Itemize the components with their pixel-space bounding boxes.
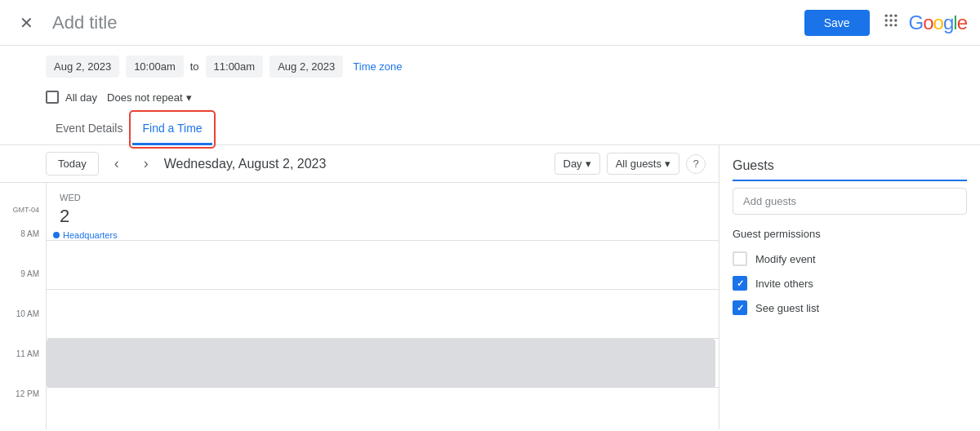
help-icon: ?: [693, 158, 698, 170]
time-10am: 10 AM: [0, 309, 46, 349]
time-12pm: 12 PM: [0, 389, 46, 429]
close-button[interactable]: ✕: [13, 10, 39, 36]
hour-line-11: [47, 387, 719, 429]
hour-lines: [47, 240, 719, 429]
calendar-section: Today ‹ › Wednesday, August 2, 2023 Day …: [0, 145, 719, 429]
start-time-chip[interactable]: 10:00am: [126, 56, 184, 78]
allday-checkbox[interactable]: [46, 91, 59, 104]
modify-event-label: Modify event: [755, 253, 816, 265]
next-button[interactable]: ›: [135, 153, 158, 176]
invite-others-checkbox[interactable]: [733, 276, 747, 291]
view-label: Day: [564, 158, 582, 170]
tabs: Event Details Find a Time: [0, 113, 980, 145]
help-button[interactable]: ?: [686, 154, 706, 174]
time-11am: 11 AM: [0, 349, 46, 389]
main-content: Today ‹ › Wednesday, August 2, 2023 Day …: [0, 145, 980, 429]
header: ✕ Save Google: [0, 0, 980, 46]
view-select[interactable]: Day ▾: [555, 153, 600, 175]
guests-panel: Guests Guest permissions Modify event In…: [719, 145, 980, 429]
hq-text: Headquarters: [63, 230, 118, 240]
see-guest-list-label: See guest list: [755, 302, 819, 314]
permission-modify: Modify event: [733, 247, 967, 271]
allday-label: All day: [65, 91, 97, 104]
tab-find-time[interactable]: Find a Time: [132, 113, 212, 145]
permission-invite: Invite others: [733, 271, 967, 295]
prev-button[interactable]: ‹: [105, 153, 128, 176]
hq-dot: [53, 232, 60, 238]
google-logo: Google: [909, 11, 967, 34]
calendar-date-label: Wednesday, August 2, 2023: [164, 157, 548, 171]
tab-event-details[interactable]: Event Details: [46, 113, 132, 145]
svg-point-8: [894, 24, 897, 26]
guests-label: All guests: [616, 158, 662, 170]
invite-others-label: Invite others: [755, 278, 813, 290]
calendar-toolbar: Today ‹ › Wednesday, August 2, 2023 Day …: [0, 145, 719, 183]
see-guest-list-checkbox[interactable]: [733, 300, 747, 315]
svg-point-5: [894, 19, 897, 21]
end-time-chip[interactable]: 11:00am: [206, 56, 264, 78]
calendar-body: GMT-04 8 AM 9 AM 10 AM 11 AM 12 PM: [0, 183, 719, 429]
day-column: WED 2 Headquarters: [46, 183, 719, 429]
chevron-down-icon: ▾: [186, 91, 192, 104]
gmt-label: GMT-04: [0, 189, 46, 229]
add-guests-input[interactable]: [733, 188, 967, 215]
hour-line-9: [47, 289, 719, 338]
permissions-title: Guest permissions: [733, 228, 967, 240]
svg-point-1: [889, 15, 892, 17]
time-column: GMT-04 8 AM 9 AM 10 AM 11 AM 12 PM: [0, 183, 46, 429]
hour-line-8: [47, 240, 719, 289]
repeat-select[interactable]: Does not repeat ▾: [104, 91, 195, 104]
header-right: Google: [883, 11, 967, 34]
guests-select[interactable]: All guests ▾: [607, 153, 679, 175]
svg-point-6: [884, 24, 887, 26]
save-button[interactable]: Save: [804, 10, 870, 36]
guests-title: Guests: [733, 158, 967, 181]
permission-guestlist: See guest list: [733, 295, 967, 320]
time-8am: 8 AM: [0, 229, 46, 269]
title-input[interactable]: [52, 12, 791, 33]
allday-row: All day Does not repeat ▾: [0, 87, 980, 113]
svg-point-3: [884, 19, 887, 21]
to-label: to: [190, 60, 199, 73]
apps-icon[interactable]: [883, 12, 899, 33]
timezone-button[interactable]: Time zone: [353, 60, 402, 73]
chevron-down-icon: ▾: [586, 158, 591, 170]
chevron-left-icon: ‹: [114, 155, 119, 172]
modify-event-checkbox[interactable]: [733, 251, 747, 266]
today-button[interactable]: Today: [46, 152, 99, 176]
svg-point-7: [889, 24, 892, 26]
day-number: 2: [60, 206, 719, 227]
repeat-label: Does not repeat: [107, 91, 183, 104]
end-date-chip[interactable]: Aug 2, 2023: [270, 56, 343, 78]
close-icon: ✕: [20, 13, 33, 33]
chevron-down-icon: ▾: [665, 158, 670, 170]
start-date-chip[interactable]: Aug 2, 2023: [46, 56, 119, 78]
day-header: WED 2: [47, 183, 719, 230]
svg-point-0: [884, 15, 887, 17]
time-9am: 9 AM: [0, 269, 46, 309]
svg-point-2: [894, 15, 897, 17]
hq-label: Headquarters: [53, 230, 719, 240]
chevron-right-icon: ›: [144, 155, 149, 172]
svg-point-4: [889, 19, 892, 21]
day-abbr: WED: [53, 186, 719, 206]
event-block[interactable]: [47, 339, 715, 388]
subheader: Aug 2, 2023 10:00am to 11:00am Aug 2, 20…: [0, 46, 980, 87]
